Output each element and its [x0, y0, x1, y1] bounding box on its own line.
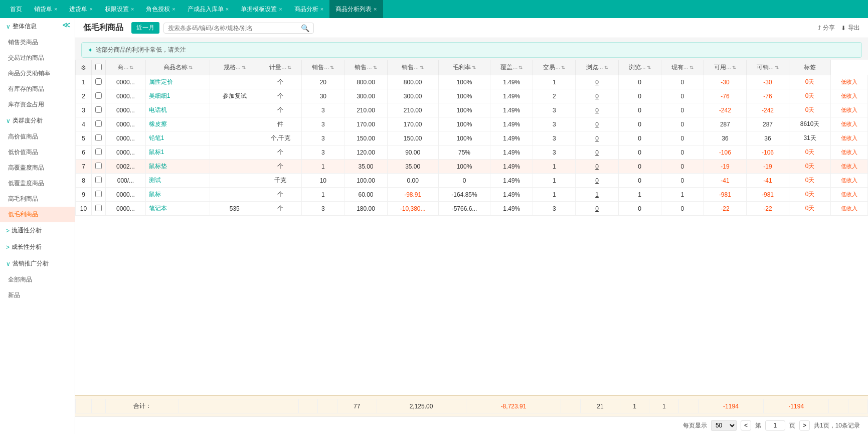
row-checkbox-cell[interactable]	[92, 75, 106, 89]
row-name[interactable]: 电话机	[145, 103, 210, 117]
chevron-right-icon: >	[6, 244, 10, 251]
col-select-all[interactable]	[92, 60, 106, 75]
row-name[interactable]: 鼠标1	[145, 146, 210, 160]
row-name[interactable]: 笔记本	[145, 202, 210, 216]
sidebar-group-growth[interactable]: > 成长性分析	[0, 239, 75, 255]
page-input[interactable]	[765, 420, 785, 430]
row-checkbox[interactable]	[95, 205, 102, 211]
sidebar-item-high-value[interactable]: 高价值商品	[0, 129, 75, 144]
col-qty[interactable]: 销售...⇅	[302, 60, 344, 75]
row-name[interactable]: 橡皮擦	[145, 117, 210, 131]
row-name[interactable]: 鼠标垫	[145, 160, 210, 174]
row-checkbox-cell[interactable]	[92, 103, 106, 117]
nav-product-analysis-list[interactable]: 商品分析列表 ×	[329, 0, 383, 18]
search-icon[interactable]: 🔍	[301, 24, 309, 32]
nav-template[interactable]: 单据模板设置 ×	[235, 0, 288, 18]
row-name[interactable]: 吴细细1	[145, 89, 210, 103]
col-settings[interactable]: ⚙	[76, 60, 92, 75]
col-transaction[interactable]: 交易...⇅	[533, 60, 576, 75]
row-checkbox[interactable]	[95, 92, 102, 99]
row-checkbox-cell[interactable]	[92, 188, 106, 202]
col-margin[interactable]: 毛利率⇅	[438, 60, 490, 75]
sidebar-item-category-rate[interactable]: 商品分类助销率	[0, 66, 75, 81]
sidebar-item-sales-products[interactable]: 销售类商品	[0, 35, 75, 50]
row-checkbox-cell[interactable]	[92, 174, 106, 188]
export-button[interactable]: ⬇ 导出	[841, 24, 860, 32]
sidebar-group-cluster[interactable]: ∨ 类群度分析	[0, 112, 75, 129]
col-avail[interactable]: 可用...⇅	[704, 60, 746, 75]
search-box[interactable]: 🔍	[163, 23, 314, 34]
row-no: 7	[76, 160, 92, 174]
row-checkbox-cell[interactable]	[92, 89, 106, 103]
prev-page-button[interactable]: <	[741, 420, 751, 430]
row-checkbox[interactable]	[95, 149, 102, 155]
close-icon[interactable]: ×	[279, 6, 282, 12]
col-browse2[interactable]: 浏览...⇅	[618, 60, 661, 75]
row-name[interactable]: 测试	[145, 174, 210, 188]
sidebar-item-high-coverage[interactable]: 高覆盖度商品	[0, 160, 75, 176]
row-name[interactable]: 鼠标	[145, 188, 210, 202]
page-size-select[interactable]: 10 20 50 100	[711, 420, 737, 431]
sidebar-item-low-coverage[interactable]: 低覆盖度商品	[0, 176, 75, 191]
col-saleable[interactable]: 可销...⇅	[746, 60, 789, 75]
sidebar-group-liquidity[interactable]: > 流通性分析	[0, 222, 75, 239]
col-price2[interactable]: 销售...⇅	[387, 60, 438, 75]
time-filter-button[interactable]: 近一月	[131, 22, 159, 34]
nav-role[interactable]: 角色授权 ×	[140, 0, 181, 18]
row-checkbox[interactable]	[95, 163, 102, 169]
nav-permission[interactable]: 权限设置 ×	[99, 0, 140, 18]
row-checkbox[interactable]	[95, 191, 102, 197]
sidebar-collapse-button[interactable]: ≪	[60, 20, 73, 30]
row-checkbox[interactable]	[95, 120, 102, 127]
close-icon[interactable]: ×	[131, 6, 134, 12]
sidebar-item-traded-products[interactable]: 交易过的商品	[0, 50, 75, 66]
sidebar-item-stock-capital[interactable]: 库存资金占用	[0, 97, 75, 112]
sidebar-item-high-margin[interactable]: 高毛利商品	[0, 191, 75, 207]
row-checkbox[interactable]	[95, 177, 102, 183]
nav-product-in[interactable]: 产成品入库单 ×	[182, 0, 235, 18]
sidebar-item-new-products[interactable]: 新品	[0, 287, 75, 303]
row-checkbox[interactable]	[95, 106, 102, 113]
col-name[interactable]: 商品名称⇅	[145, 60, 210, 75]
row-qty: 3	[302, 103, 344, 117]
row-checkbox-cell[interactable]	[92, 146, 106, 160]
next-page-button[interactable]: >	[799, 420, 810, 430]
col-spec[interactable]: 规格...⇅	[210, 60, 259, 75]
close-icon[interactable]: ×	[172, 6, 175, 12]
row-checkbox-cell[interactable]	[92, 160, 106, 174]
row-checkbox-cell[interactable]	[92, 117, 106, 131]
close-icon[interactable]: ×	[320, 6, 323, 12]
sidebar-item-stocked-products[interactable]: 有库存的商品	[0, 81, 75, 97]
nav-home[interactable]: 首页	[4, 0, 28, 18]
close-icon[interactable]: ×	[226, 6, 229, 12]
nav-sales[interactable]: 销货单 ×	[28, 0, 63, 18]
close-icon[interactable]: ×	[374, 6, 377, 12]
sidebar-item-low-value[interactable]: 低价值商品	[0, 144, 75, 160]
row-checkbox[interactable]	[95, 134, 102, 141]
data-table-wrapper[interactable]: ⚙ 商...⇅ 商品名称⇅ 规格...⇅	[75, 60, 868, 395]
select-all-checkbox[interactable]	[95, 64, 102, 70]
col-stock[interactable]: 现有...⇅	[661, 60, 704, 75]
col-coverage[interactable]: 覆盖...⇅	[490, 60, 533, 75]
row-checkbox-cell[interactable]	[92, 202, 106, 216]
sidebar-item-all-products[interactable]: 全部商品	[0, 272, 75, 287]
search-input[interactable]	[168, 25, 301, 32]
row-name[interactable]: 属性定价	[145, 75, 210, 89]
nav-purchase[interactable]: 进货单 ×	[63, 0, 98, 18]
sidebar-group-overall[interactable]: ∨ 整体信息	[0, 18, 60, 35]
share-button[interactable]: ⤴ 分享	[818, 24, 835, 32]
settings-icon[interactable]: ⚙	[81, 64, 86, 71]
sidebar-group-marketing[interactable]: ∨ 营销推广分析	[0, 255, 75, 272]
close-icon[interactable]: ×	[89, 6, 92, 12]
col-unit[interactable]: 计量...⇅	[259, 60, 302, 75]
close-icon[interactable]: ×	[54, 6, 57, 12]
col-price1[interactable]: 销售...⇅	[344, 60, 387, 75]
row-checkbox[interactable]	[95, 78, 102, 85]
row-checkbox-cell[interactable]	[92, 131, 106, 146]
row-name[interactable]: 铅笔1	[145, 131, 210, 146]
col-browse1[interactable]: 浏览...⇅	[576, 60, 618, 75]
sidebar-item-low-margin[interactable]: 低毛利商品	[0, 207, 75, 222]
row-tag: 低收入	[831, 131, 868, 146]
nav-product-analysis[interactable]: 商品分析 ×	[288, 0, 329, 18]
col-code[interactable]: 商...⇅	[106, 60, 146, 75]
